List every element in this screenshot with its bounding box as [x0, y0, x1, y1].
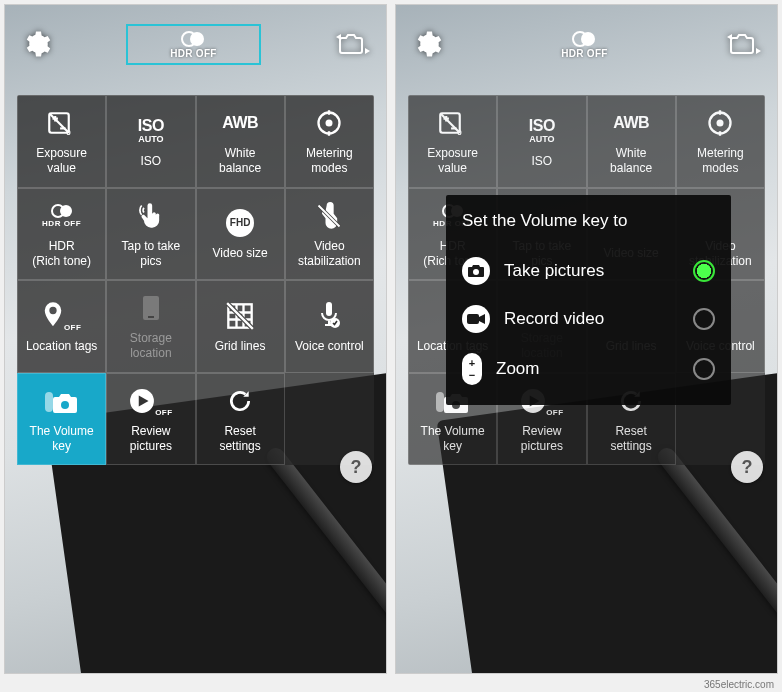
svg-rect-12: [45, 392, 53, 412]
settings-grid: 0 Exposure value ISOAUTO ISO AWB White b…: [17, 95, 374, 465]
help-button[interactable]: ?: [731, 451, 763, 483]
cell-metering[interactable]: Metering modes: [285, 95, 374, 188]
cell-white-balance[interactable]: AWBWhite balance: [587, 95, 676, 188]
option-take-pictures[interactable]: Take pictures: [460, 247, 717, 295]
svg-rect-8: [148, 316, 154, 318]
cell-video-stabilisation[interactable]: Video stabilization: [285, 188, 374, 281]
option-record-video[interactable]: Record video: [460, 295, 717, 343]
video-icon: [462, 305, 490, 333]
zoom-icon: +−: [462, 353, 482, 385]
cell-review-pictures[interactable]: OFF Review pictures: [106, 373, 195, 466]
settings-gear-icon[interactable]: [412, 29, 442, 59]
switch-camera-icon[interactable]: [727, 31, 761, 57]
volume-key-dialog: Set the Volume key to Take pictures Reco…: [446, 195, 731, 405]
camera-icon: [462, 257, 490, 285]
cell-metering[interactable]: Metering modes: [676, 95, 765, 188]
cell-storage-location: Storage location: [106, 280, 195, 373]
svg-rect-22: [436, 392, 444, 412]
svg-point-19: [717, 120, 724, 127]
hdr-toggle[interactable]: HDR OFF: [519, 26, 650, 63]
settings-gear-icon[interactable]: [21, 29, 51, 59]
cell-exposure-value[interactable]: 0Exposure value: [408, 95, 497, 188]
top-bar: HDR OFF: [5, 5, 386, 83]
svg-point-4: [326, 120, 333, 127]
option-zoom[interactable]: +− Zoom: [460, 343, 717, 395]
radio-icon: [693, 308, 715, 330]
svg-point-25: [473, 269, 479, 275]
radio-icon: [693, 260, 715, 282]
svg-point-6: [60, 205, 72, 217]
dialog-title: Set the Volume key to: [460, 211, 717, 231]
top-bar: HDR OFF: [396, 5, 777, 83]
left-pane: HDR OFF 0 Exposure value ISOAUTO ISO AWB…: [4, 4, 387, 674]
watermark: 365electric.com: [704, 679, 774, 690]
svg-point-1: [190, 32, 204, 46]
cell-grid-lines[interactable]: Grid lines: [196, 280, 285, 373]
svg-point-16: [581, 32, 595, 46]
cell-iso[interactable]: ISOAUTO ISO: [106, 95, 195, 188]
svg-rect-10: [326, 302, 332, 316]
cell-tap-to-take[interactable]: Tap to take pics: [106, 188, 195, 281]
cell-white-balance[interactable]: AWB White balance: [196, 95, 285, 188]
cell-hdr-richtone[interactable]: HDR OFF HDR (Rich tone): [17, 188, 106, 281]
svg-rect-26: [467, 314, 479, 324]
cell-exposure-value[interactable]: 0 Exposure value: [17, 95, 106, 188]
help-button[interactable]: ?: [340, 451, 372, 483]
switch-camera-icon[interactable]: [336, 31, 370, 57]
cell-iso[interactable]: ISOAUTOISO: [497, 95, 586, 188]
hdr-toggle[interactable]: HDR OFF: [126, 24, 261, 65]
radio-icon: [693, 358, 715, 380]
right-pane: HDR OFF 0Exposure value ISOAUTOISO AWBWh…: [395, 4, 778, 674]
cell-volume-key[interactable]: The Volume key: [17, 373, 106, 466]
cell-video-size[interactable]: FHD Video size: [196, 188, 285, 281]
cell-location-tags[interactable]: OFF Location tags: [17, 280, 106, 373]
svg-point-13: [61, 401, 69, 409]
cell-voice-control[interactable]: Voice control: [285, 280, 374, 373]
cell-reset-settings[interactable]: Reset settings: [196, 373, 285, 466]
